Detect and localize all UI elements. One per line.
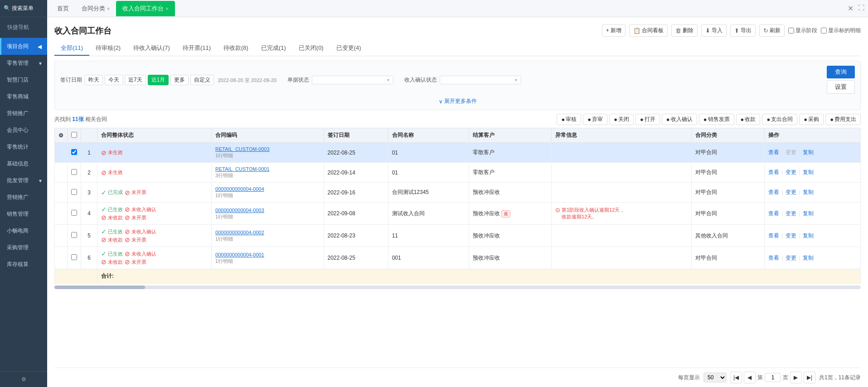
abandon-audit-button[interactable]: ●弃审 xyxy=(583,114,607,125)
contract-code-link[interactable]: 0000000000004-0003 xyxy=(215,208,264,213)
open-button[interactable]: ●打开 xyxy=(635,114,660,125)
date-btn-yesterday[interactable]: 昨天 xyxy=(85,75,103,85)
select-all-checkbox[interactable] xyxy=(71,132,77,138)
close-button[interactable]: ●关闭 xyxy=(609,114,634,125)
tab-income-workbench[interactable]: 收入合同工作台 × xyxy=(116,1,175,16)
refresh-button[interactable]: ↻ 刷新 xyxy=(759,24,785,37)
contract-board-button[interactable]: 📋 合同看板 xyxy=(629,24,668,37)
page-size-select[interactable]: 50 100 xyxy=(703,372,727,382)
sidebar-item-marketing[interactable]: 营销推广 xyxy=(0,105,47,122)
fee-expense-button[interactable]: ●费用支出 xyxy=(825,114,861,125)
sidebar-item-purchase[interactable]: 采购管理 xyxy=(0,239,47,256)
sidebar-item-retail-mall[interactable]: 零售商城 xyxy=(0,88,47,105)
view-btn[interactable]: 查看 xyxy=(768,169,779,175)
view-btn[interactable]: 查看 xyxy=(768,189,779,195)
new-button[interactable]: + 新增 xyxy=(602,24,626,37)
contract-code-link[interactable]: RETAIL_CUSTOM-0001 xyxy=(215,166,269,172)
sidebar-item-retail-mgmt[interactable]: 零售管理 ▾ xyxy=(0,55,47,72)
audit-button[interactable]: ●审核 xyxy=(557,114,581,125)
row-checkbox[interactable] xyxy=(71,169,77,175)
sidebar-item-mkt-promo[interactable]: 营销推广 xyxy=(0,189,47,206)
edit-btn[interactable]: 变更 xyxy=(786,169,796,175)
sidebar-item-project[interactable]: 项目合同 ◀ xyxy=(0,38,47,55)
tab-home[interactable]: 首页 xyxy=(51,1,75,16)
copy-btn[interactable]: 复制 xyxy=(803,189,814,195)
horizontal-scrollbar[interactable] xyxy=(54,285,861,289)
first-page-btn[interactable]: |◀ xyxy=(730,372,742,383)
filter-tab-pending-payment[interactable]: 待收款(8) xyxy=(217,41,255,56)
sidebar-item-basic-info[interactable]: 基础信息 xyxy=(0,155,47,172)
sidebar-item-wholesale[interactable]: 批发管理 ▾ xyxy=(0,172,47,189)
export-button[interactable]: ⬆ 导出 xyxy=(730,24,756,37)
next-page-btn[interactable]: ▶ xyxy=(790,372,802,383)
date-btn-more[interactable]: 更多 xyxy=(170,75,189,85)
expand-conditions-btn[interactable]: ∨ 展开更多条件 xyxy=(439,97,477,105)
date-btn-today[interactable]: 今天 xyxy=(105,75,123,85)
date-btn-1month[interactable]: 近1月 xyxy=(148,75,169,85)
sidebar-item-sales-mgmt[interactable]: 销售管理 xyxy=(0,206,47,223)
tab-income-workbench-close[interactable]: × xyxy=(165,6,168,11)
date-btn-7days[interactable]: 近7天 xyxy=(125,75,146,85)
contract-code-link[interactable]: RETAIL_CUSTOM-0003 xyxy=(215,146,269,152)
set-button[interactable]: 设置 xyxy=(827,80,855,94)
copy-btn[interactable]: 复制 xyxy=(803,232,814,239)
filter-tab-completed[interactable]: 已完成(1) xyxy=(255,41,292,56)
window-maximize-btn[interactable]: ⛶ xyxy=(858,4,864,13)
copy-btn[interactable]: 复制 xyxy=(803,169,814,175)
th-settings[interactable]: ⚙ xyxy=(55,128,68,143)
import-button[interactable]: ⬇ 导入 xyxy=(701,24,727,37)
sidebar-item-smart-store[interactable]: 智慧门店 xyxy=(0,72,47,88)
tab-contract-cat-close[interactable]: × xyxy=(107,6,110,11)
sales-invoice-button[interactable]: ●销售发票 xyxy=(699,114,734,125)
income-confirm-button[interactable]: ●收入确认 xyxy=(662,114,697,125)
show-stages-checkbox[interactable]: 显示阶段 xyxy=(788,27,817,34)
contract-code-link[interactable]: 0000000000004-0004 xyxy=(215,186,264,192)
view-btn[interactable]: 查看 xyxy=(768,232,779,239)
doc-status-select[interactable]: ▾ xyxy=(312,76,393,84)
sidebar-settings[interactable]: ⚙ xyxy=(0,371,47,387)
view-btn[interactable]: 查看 xyxy=(768,255,779,261)
row-checkbox[interactable] xyxy=(71,232,77,238)
sidebar-item-inventory[interactable]: 库存核算 xyxy=(0,256,47,273)
row-checkbox[interactable] xyxy=(71,210,77,216)
filter-tab-changed[interactable]: 已变更(4) xyxy=(330,41,368,56)
edit-btn[interactable]: 变更 xyxy=(786,232,796,239)
income-confirm-select[interactable]: ▾ xyxy=(440,76,521,84)
edit-btn[interactable]: 变更 xyxy=(786,149,796,155)
copy-btn[interactable]: 复制 xyxy=(803,210,814,217)
last-page-btn[interactable]: ▶| xyxy=(804,372,815,383)
filter-tab-closed[interactable]: 已关闭(0) xyxy=(292,41,330,56)
purchase-button[interactable]: ●采购 xyxy=(799,114,824,125)
edit-btn[interactable]: 变更 xyxy=(786,210,796,217)
sidebar-quick-nav[interactable]: 快捷导航 xyxy=(0,17,47,38)
copy-btn[interactable]: 复制 xyxy=(803,149,814,155)
row-checkbox[interactable] xyxy=(71,189,77,195)
delete-button[interactable]: 🗑 删除 xyxy=(671,24,698,37)
sidebar-search[interactable]: 🔍 搜索菜单 xyxy=(0,0,47,17)
filter-tab-pending-income[interactable]: 待收入确认(7) xyxy=(127,41,176,56)
payment-button[interactable]: ●收款 xyxy=(736,114,761,125)
sidebar-item-retail-stat[interactable]: 零售统计 xyxy=(0,139,47,155)
contract-code-link[interactable]: 0000000000004-0001 xyxy=(215,252,264,257)
show-details-checkbox[interactable]: 显示标的明细 xyxy=(821,27,861,34)
row-checkbox[interactable] xyxy=(71,149,77,155)
tab-contract-cat[interactable]: 合同分类 × xyxy=(75,1,116,16)
sidebar-item-member[interactable]: 会员中心 xyxy=(0,122,47,139)
view-btn[interactable]: 查看 xyxy=(768,210,779,217)
date-btn-custom[interactable]: 自定义 xyxy=(190,75,214,85)
query-button[interactable]: 查询 xyxy=(827,66,855,78)
edit-btn[interactable]: 变更 xyxy=(786,189,796,195)
expense-contract-button[interactable]: ●支出合同 xyxy=(762,114,797,125)
window-close-btn[interactable]: ✕ xyxy=(848,4,853,13)
edit-btn[interactable]: 变更 xyxy=(786,255,796,261)
filter-tab-pending-invoice[interactable]: 待开票(11) xyxy=(176,41,217,56)
row-checkbox[interactable] xyxy=(71,254,77,260)
table-wrapper[interactable]: ⚙ 合同整体状态 合同编码 签订日期 合同名称 结算客户 异常信息 合同分类 操… xyxy=(54,128,861,366)
prev-page-btn[interactable]: ◀ xyxy=(744,372,756,383)
page-input[interactable] xyxy=(765,373,781,382)
filter-tab-all[interactable]: 全部(11) xyxy=(54,41,89,56)
contract-code-link[interactable]: 0000000000004-0002 xyxy=(215,230,264,235)
sidebar-item-xiaochang[interactable]: 小畅电商 xyxy=(0,223,47,239)
view-btn[interactable]: 查看 xyxy=(768,149,779,155)
filter-tab-pending-review[interactable]: 待审核(2) xyxy=(89,41,127,56)
